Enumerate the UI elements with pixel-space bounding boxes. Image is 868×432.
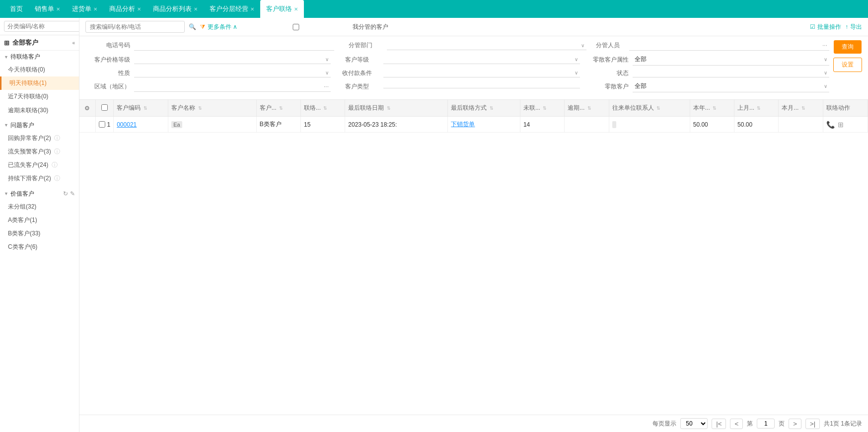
nav-purchase[interactable]: 进货单 ✕: [66, 0, 103, 18]
pending-group: ▼ 待联络客户 今天待联络(0) 明天待联络(1) 近7天待联络(0) 逾期未联…: [0, 51, 79, 117]
row-checkbox[interactable]: [99, 121, 105, 128]
nav-sales[interactable]: 销售单 ✕: [29, 0, 66, 18]
last-method-link[interactable]: 下销货单: [451, 121, 475, 128]
last-page-btn[interactable]: >|: [805, 419, 820, 429]
prev-page-btn[interactable]: <: [730, 419, 743, 429]
batch-ops-btn[interactable]: ☑ 批量操作: [810, 23, 841, 31]
filter-retail-select[interactable]: 全部 ∨: [633, 80, 829, 92]
sidebar-all-customers[interactable]: ⊞ 全部客户 «: [0, 35, 79, 51]
more-conditions-btn[interactable]: ⧩ 更多条件 ∧: [200, 23, 237, 31]
nav-product-analysis-close[interactable]: ✕: [137, 6, 141, 12]
filter-panel: 电话号码 分管部门 ∨ 分管人员 ···: [79, 36, 868, 100]
nav-sales-close[interactable]: ✕: [56, 6, 60, 12]
next-page-btn[interactable]: >: [789, 419, 801, 429]
filter-price-grade-select[interactable]: ∨: [134, 55, 331, 64]
sort-not-contact-icon[interactable]: ⇅: [543, 106, 547, 111]
main-search-input[interactable]: [85, 21, 185, 33]
nav-customer-contact-close[interactable]: ✕: [294, 6, 298, 12]
filter-row-4: 区域（地区） ··· 客户类型 零散客户 全部: [85, 80, 829, 92]
value-refresh-icon[interactable]: ↻: [63, 190, 68, 197]
nav-home[interactable]: 首页: [4, 0, 29, 18]
filter-label-retail: 零散客户: [584, 82, 629, 91]
sort-contact-icon[interactable]: ⇅: [323, 106, 327, 111]
sidebar-item-declining[interactable]: 持续下滑客户(2) ⓘ: [0, 172, 79, 185]
filter-customer-type-select[interactable]: [383, 85, 580, 88]
first-page-btn[interactable]: |<: [712, 419, 726, 429]
export-btn[interactable]: ↑ 导出: [845, 23, 862, 31]
nav-product-analysis-list[interactable]: 商品分析列表 ✕: [147, 0, 204, 18]
customer-table-container: ⚙ 客户编码 ⇅ 客户名称 ⇅ 客户... ⇅: [79, 100, 868, 415]
sidebar-item-tomorrow[interactable]: 明天待联络(1): [0, 76, 79, 90]
sort-overdue-icon[interactable]: ⇅: [587, 106, 591, 111]
filter-dept-select[interactable]: ∨: [387, 41, 587, 50]
filter-phone-input[interactable]: [134, 40, 334, 51]
sidebar-item-overdue[interactable]: 逾期未联络(30): [0, 104, 79, 117]
td-last-method: 下销货单: [448, 117, 520, 133]
sort-this-month-icon[interactable]: ⇅: [801, 106, 805, 111]
action-more-icon[interactable]: ⊞: [838, 121, 844, 129]
main-search-button[interactable]: 🔍: [189, 23, 196, 30]
filter-nature-select[interactable]: ∨: [134, 69, 331, 77]
my-customers-filter[interactable]: 我分管的客户: [241, 23, 388, 31]
nav-customer-contact[interactable]: 客户联络 ✕: [260, 0, 304, 18]
filter-label-manager: 分管人员: [590, 41, 625, 50]
sidebar-item-b-class[interactable]: B类客户(33): [0, 227, 79, 240]
page-number-input[interactable]: [757, 419, 775, 429]
filter-region-select[interactable]: ···: [134, 81, 331, 92]
select-all-checkbox[interactable]: [101, 104, 108, 111]
nav-product-list-close[interactable]: ✕: [194, 6, 198, 12]
sidebar-item-ungrouped[interactable]: 未分组(32): [0, 200, 79, 214]
sidebar-item-a-class[interactable]: A类客户(1): [0, 214, 79, 227]
value-group-header[interactable]: ▼ 价值客户 ↻ ✎: [0, 188, 79, 200]
sort-last-month-icon[interactable]: ⇅: [757, 106, 761, 111]
my-customers-checkbox[interactable]: [241, 24, 351, 30]
sidebar-item-repurchase-anomaly[interactable]: 回购异常客户(2) ⓘ: [0, 132, 79, 145]
sidebar-item-churn-warning[interactable]: 流失预警客户(3) ⓘ: [0, 145, 79, 158]
filter-label-region: 区域（地区）: [85, 82, 130, 91]
top-nav: 首页 销售单 ✕ 进货单 ✕ 商品分析 ✕ 商品分析列表 ✕ 客户分层经营 ✕ …: [0, 0, 868, 18]
sort-contact-person-icon[interactable]: ⇅: [656, 106, 660, 111]
filter-payment-select[interactable]: ∨: [383, 69, 580, 77]
value-edit-icon[interactable]: ✎: [70, 190, 75, 197]
pending-group-header[interactable]: ▼ 待联络客户: [0, 51, 79, 63]
filter-retail-attr-select[interactable]: 全部 ∨: [633, 54, 829, 66]
nav-purchase-close[interactable]: ✕: [93, 6, 97, 12]
sidebar-search-input[interactable]: [4, 21, 79, 32]
batch-ops-checkbox-icon: ☑: [810, 23, 815, 30]
filter-status-select[interactable]: ∨: [633, 69, 829, 77]
filter-manager-select[interactable]: ···: [629, 40, 829, 51]
sort-this-year-icon[interactable]: ⇅: [713, 106, 717, 111]
customer-code-link[interactable]: 000021: [117, 121, 137, 128]
nav-customer-tier-close[interactable]: ✕: [250, 6, 254, 12]
retail-chevron-icon: ∨: [824, 83, 827, 89]
sidebar-item-7days[interactable]: 近7天待联络(0): [0, 90, 79, 103]
sort-last-method-icon[interactable]: ⇅: [490, 106, 494, 111]
price-grade-chevron-icon: ∨: [325, 57, 329, 62]
nav-customer-tier[interactable]: 客户分层经营 ✕: [204, 0, 260, 18]
action-phone-icon[interactable]: 📞: [826, 121, 835, 129]
sidebar-item-churned[interactable]: 已流失客户(24) ⓘ: [0, 158, 79, 172]
per-page-label: 每页显示: [652, 420, 676, 428]
sidebar-collapse-btn[interactable]: «: [72, 40, 75, 46]
nav-product-analysis[interactable]: 商品分析 ✕: [103, 0, 147, 18]
sort-type-icon[interactable]: ⇅: [279, 106, 283, 111]
sidebar: 🔍 ⊞ 全部客户 « ▼ 待联络客户 今天待联络(0) 明天待联络(1) 近7天…: [0, 18, 79, 432]
sort-last-date-icon[interactable]: ⇅: [387, 106, 391, 111]
filter-customer-grade-select[interactable]: ∨: [383, 55, 580, 64]
page-size-select[interactable]: 50 100 200: [680, 418, 708, 429]
pending-arrow: ▼: [4, 55, 8, 60]
query-button[interactable]: 查询: [834, 40, 862, 54]
sidebar-item-today[interactable]: 今天待联络(0): [0, 63, 79, 76]
sort-name-icon[interactable]: ⇅: [198, 106, 202, 111]
value-group: ▼ 价值客户 ↻ ✎ 未分组(32) A类客户(1) B类客户(33) C类客户…: [0, 188, 79, 254]
search-bar: 🔍 ⧩ 更多条件 ∧ 我分管的客户 ☑ 批量操作 ↑ 导出: [79, 18, 868, 36]
problem-group-header[interactable]: ▼ 问题客户: [0, 119, 79, 132]
sidebar-item-c-class[interactable]: C类客户(6): [0, 240, 79, 254]
sort-code-icon[interactable]: ⇅: [144, 106, 147, 111]
page-end-label: 页: [779, 420, 785, 428]
td-contact-person: [609, 117, 690, 133]
filter-row-3: 性质 ∨ 收付款条件 ∨ 状态 ∨: [85, 69, 829, 77]
filter-label-dept: 分管部门: [338, 41, 383, 50]
settings-button[interactable]: 设置: [833, 58, 862, 72]
info-icon-2: ⓘ: [54, 148, 60, 155]
